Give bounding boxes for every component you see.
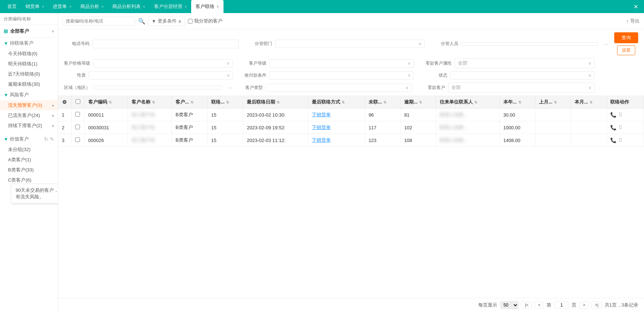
sort-icon-lastdate[interactable]: ⇅ <box>277 100 279 104</box>
sidebar-item-a-class[interactable]: A类客户(1) <box>0 155 58 165</box>
unit-contact-blurred: 联系人名称... <box>440 125 467 130</box>
nav-tab-客户分层经营[interactable]: 客户分层经营× <box>150 0 191 13</box>
nav-tab-进货单[interactable]: 进货单× <box>48 0 76 13</box>
more-conditions-button[interactable]: ▼ 更多条件 ∧ <box>148 16 185 26</box>
sort-icon-lastmethod[interactable]: ⇅ <box>342 100 345 104</box>
sort-icon-uc[interactable]: ⇅ <box>474 100 477 104</box>
next-page-button[interactable]: > <box>579 301 588 309</box>
th-code: 客户编码⇅ <box>84 96 128 109</box>
sidebar-item-lost[interactable]: 已流失客户(24) ● <box>0 110 58 121</box>
sort-icon-ctype[interactable]: ⇅ <box>190 100 193 104</box>
cell-this-year: 30.00 <box>499 109 535 121</box>
sort-icon-contact[interactable]: ⇅ <box>226 100 229 104</box>
status-select[interactable]: ∨ <box>450 71 595 80</box>
cell-checkbox[interactable] <box>71 121 84 134</box>
contact-icon[interactable]: 📞 <box>610 137 616 143</box>
price-level-select[interactable]: ∨ <box>93 59 233 68</box>
more-button-area[interactable]: ··· <box>225 85 235 90</box>
customer-level-select[interactable]: ∨ <box>269 59 414 68</box>
sidebar-item-overdue[interactable]: 逾期未联络(30) <box>0 79 58 89</box>
my-customers-checkbox[interactable] <box>188 19 193 24</box>
row-checkbox[interactable] <box>75 125 80 129</box>
nav-tab-商品分析列表[interactable]: 商品分析列表× <box>108 0 149 13</box>
sidebar-item-at-risk[interactable]: 流失预警客户(3) ● <box>0 100 58 110</box>
sort-icon-overdue[interactable]: ⇅ <box>419 100 422 104</box>
search-input[interactable] <box>63 17 135 25</box>
nav-tab-销货单[interactable]: 销货单× <box>21 0 48 13</box>
tab-close-icon[interactable]: × <box>69 4 71 9</box>
tab-close-icon[interactable]: × <box>143 4 145 9</box>
sidebar-all-customers[interactable]: ⊞ 全部客户 « <box>0 25 58 38</box>
sort-icon-code[interactable]: ⇅ <box>109 100 112 104</box>
tab-close-icon[interactable]: × <box>42 4 44 9</box>
sidebar-item-today[interactable]: 今天待联络(0) <box>0 49 58 59</box>
sidebar-group-value[interactable]: ▼ 价值客户 ↻ ✎ <box>0 134 58 145</box>
nav-home[interactable]: 首页 <box>3 0 21 13</box>
tab-close-icon[interactable]: × <box>217 4 219 9</box>
table-settings-icon[interactable]: ⚙ <box>62 99 67 105</box>
search-button[interactable]: 🔍 <box>138 18 145 25</box>
settings-button[interactable]: 设置 <box>617 45 635 55</box>
prev-page-button[interactable]: < <box>535 301 544 309</box>
sidebar-group-risk[interactable]: ▼ 风险客户 <box>0 89 58 100</box>
zero-customer-select[interactable]: 全部 ∨ <box>448 82 595 93</box>
cell-checkbox[interactable] <box>71 134 84 147</box>
th-settings[interactable]: ⚙ <box>58 96 71 109</box>
nav-tab-客户联络[interactable]: 客户联络× <box>191 0 223 13</box>
page-input[interactable] <box>554 301 569 309</box>
sort-icon-name[interactable]: ⇅ <box>152 100 155 104</box>
sidebar-item-7days[interactable]: 近7天待联络(0) <box>0 69 58 79</box>
th-checkbox[interactable] <box>71 96 84 109</box>
contact-icon[interactable]: 📞 <box>610 125 616 130</box>
contact-icon[interactable]: 📞 <box>610 112 616 118</box>
more-actions-icon[interactable]: ⠿ <box>619 125 622 130</box>
manager-select[interactable] <box>461 42 598 46</box>
sidebar-group-pending[interactable]: ▼ 待联络客户 <box>0 38 58 49</box>
cell-last-date: 2023-02-03 11:12: <box>243 134 308 147</box>
page-label: 第 <box>547 302 551 308</box>
phone-input[interactable] <box>92 40 239 48</box>
nav-tab-商品分析[interactable]: 商品分析× <box>76 0 108 13</box>
window-close-button[interactable]: ✕ <box>631 3 641 10</box>
tab-close-icon[interactable]: × <box>185 4 187 9</box>
sidebar-item-declining[interactable]: 持续下滑客户(2) ● <box>0 121 58 131</box>
payment-select[interactable]: ∨ <box>269 71 414 80</box>
last-method-link[interactable]: 下销货单 <box>312 137 331 143</box>
customer-type-select[interactable]: ∨ <box>266 84 412 92</box>
row-checkbox[interactable] <box>75 112 80 117</box>
sort-icon-unc[interactable]: ⇅ <box>383 100 386 104</box>
last-page-button[interactable]: >| <box>591 301 601 309</box>
more-button-manager[interactable]: ··· <box>601 41 611 47</box>
tab-close-icon[interactable]: × <box>101 4 104 9</box>
query-button[interactable]: 查询 <box>614 32 638 43</box>
info-icon-lost: ● <box>52 113 54 118</box>
zero-attr-select[interactable]: 全部 ∨ <box>455 58 595 68</box>
last-method-link[interactable]: 下销货单 <box>312 112 331 117</box>
sidebar-search-input[interactable] <box>4 16 58 21</box>
area-select[interactable] <box>93 86 222 89</box>
export-button[interactable]: ↑ 导出 <box>627 18 640 24</box>
per-page-select[interactable]: 50 100 200 <box>500 301 519 309</box>
sidebar-item-tomorrow[interactable]: 明天待联络(1) <box>0 59 58 69</box>
price-level-label: 客户价格等级 <box>64 60 90 66</box>
first-page-button[interactable]: |< <box>522 301 532 309</box>
more-actions-icon[interactable]: ⠿ <box>619 137 622 143</box>
sidebar-item-b-class[interactable]: B类客户(33) <box>0 165 58 175</box>
select-all-checkbox[interactable] <box>76 99 80 104</box>
row-checkbox[interactable] <box>75 137 80 142</box>
refresh-icon[interactable]: ↻ <box>44 136 48 142</box>
last-method-link[interactable]: 下销货单 <box>312 125 331 130</box>
more-actions-icon[interactable]: ⠿ <box>619 112 622 118</box>
cell-action: 📞 ⠿ <box>607 121 644 134</box>
my-customers-checkbox-label[interactable]: 我分管的客户 <box>188 18 222 24</box>
pagination-bar: 每页显示 50 100 200 |< < 第 页 > >| 共1页，3条记录 <box>58 298 644 312</box>
sidebar-item-ungrouped[interactable]: 未分组(32) <box>0 145 58 155</box>
table-row: 1 000011 张三客户名 B类客户 15 2023-03-02 10:30:… <box>58 109 644 121</box>
dept-select[interactable]: ∨ <box>275 40 425 48</box>
sort-icon-tm[interactable]: ⇅ <box>589 100 592 104</box>
sort-icon-ty[interactable]: ⇅ <box>518 100 521 104</box>
nature-select[interactable]: ∨ <box>89 71 233 80</box>
cell-checkbox[interactable] <box>71 109 84 121</box>
sort-icon-lm[interactable]: ⇅ <box>554 100 557 104</box>
edit-icon[interactable]: ✎ <box>50 136 54 142</box>
